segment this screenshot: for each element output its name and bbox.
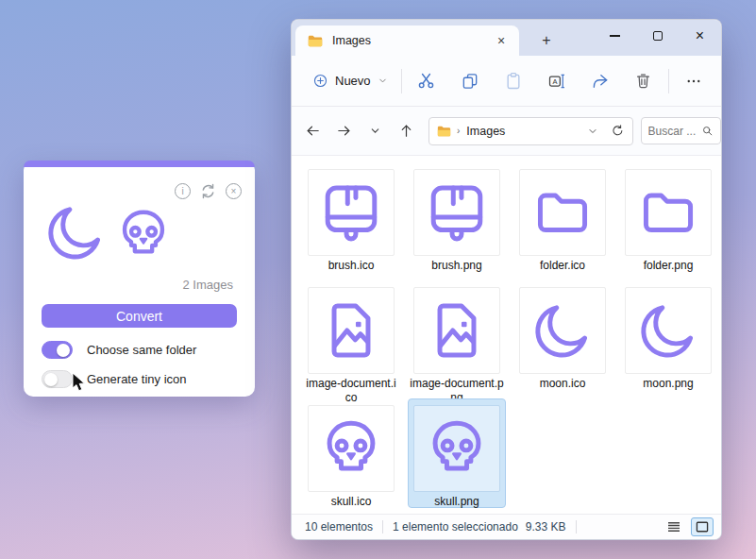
file-list-area[interactable]: brush.ico brush.png folder.ico folder.pn…	[292, 156, 721, 514]
file-item[interactable]: brush.ico	[302, 162, 400, 272]
svg-text:A: A	[552, 76, 557, 85]
file-item[interactable]: folder.ico	[513, 162, 612, 272]
file-thumbnail	[519, 169, 606, 256]
file-thumbnail	[413, 405, 500, 492]
file-item[interactable]: image-document.png	[408, 280, 506, 390]
file-item[interactable]: image-document.ico	[302, 280, 400, 390]
file-name: moon.ico	[540, 377, 586, 391]
generate-tiny-icon-toggle[interactable]	[42, 370, 73, 388]
forward-icon	[336, 123, 352, 139]
file-thumbnail	[308, 287, 395, 374]
file-item[interactable]: brush.png	[408, 162, 506, 272]
share-button[interactable]	[581, 64, 619, 98]
address-dropdown-icon[interactable]	[587, 126, 598, 137]
paste-icon	[504, 72, 523, 91]
delete-button[interactable]	[625, 64, 663, 98]
file-item[interactable]: skull.png	[408, 398, 506, 508]
recent-locations-button[interactable]	[361, 118, 388, 144]
file-name: folder.ico	[540, 259, 585, 273]
thumbnail-view-icon	[696, 521, 709, 533]
paste-button[interactable]	[495, 64, 532, 98]
maximize-button[interactable]	[636, 20, 679, 52]
file-name: skull.ico	[331, 495, 372, 509]
chevron-down-icon	[378, 76, 388, 86]
share-icon	[591, 72, 610, 91]
toggle-label: Generate tiny icon	[87, 372, 187, 386]
file-thumbnail	[308, 405, 395, 492]
list-view-icon	[667, 521, 680, 533]
close-icon[interactable]: ×	[226, 183, 242, 199]
file-name: folder.png	[644, 259, 694, 273]
breadcrumb-segment[interactable]: Images	[466, 125, 505, 138]
copy-button[interactable]	[451, 64, 489, 98]
cut-button[interactable]	[408, 64, 445, 98]
toggle-label: Choose same folder	[87, 343, 196, 357]
breadcrumb-separator: ›	[457, 126, 460, 136]
thumbnail-view-button[interactable]	[691, 517, 714, 536]
minimize-button[interactable]	[594, 20, 636, 52]
up-button[interactable]	[393, 118, 419, 144]
minimize-icon	[610, 35, 620, 36]
file-thumbnail	[308, 169, 395, 256]
convert-button[interactable]: Convert	[42, 304, 237, 328]
file-explorer-window: Images × + × Nuevo A	[291, 19, 722, 540]
status-bar: 10 elementos 1 elemento seleccionado 9.3…	[292, 514, 721, 539]
file-thumbnail	[625, 287, 712, 374]
close-icon: ×	[696, 28, 704, 43]
search-input[interactable]	[648, 125, 701, 138]
file-item[interactable]: moon.png	[619, 280, 717, 390]
file-thumbnail	[413, 287, 500, 374]
moon-preview-icon	[46, 203, 105, 263]
cut-icon	[416, 71, 436, 91]
file-name: skull.png	[434, 495, 479, 509]
refresh-icon[interactable]	[611, 124, 625, 138]
tab-label: Images	[332, 34, 493, 47]
new-tab-button[interactable]: +	[535, 29, 558, 52]
more-options-button[interactable]	[675, 64, 713, 98]
item-count: 10 elementos	[305, 520, 373, 534]
folder-icon	[308, 35, 323, 47]
file-thumbnail	[625, 169, 712, 256]
file-name: brush.ico	[328, 259, 375, 273]
choose-same-folder-toggle[interactable]	[42, 341, 73, 359]
file-name: brush.png	[431, 259, 481, 273]
tab-images[interactable]: Images ×	[295, 25, 519, 56]
plus-circle-icon	[312, 73, 328, 89]
info-icon[interactable]: i	[175, 183, 191, 199]
converter-window: i × 2 Images Convert Choose same folder …	[24, 161, 255, 397]
new-button[interactable]: Nuevo	[305, 67, 395, 94]
selection-count: 1 elemento seleccionado	[393, 520, 518, 534]
file-item[interactable]: skull.ico	[302, 398, 400, 508]
details-view-button[interactable]	[663, 517, 685, 536]
rename-button[interactable]: A	[538, 64, 576, 98]
file-thumbnail	[413, 169, 500, 256]
ellipsis-icon	[685, 73, 702, 90]
trash-icon	[634, 72, 652, 90]
up-icon	[398, 123, 414, 139]
new-button-label: Nuevo	[335, 74, 371, 88]
address-bar[interactable]: › Images	[428, 117, 633, 145]
file-item[interactable]: moon.ico	[513, 280, 612, 390]
search-box[interactable]	[641, 117, 721, 144]
image-count-label: 2 Images	[183, 278, 233, 292]
close-button[interactable]: ×	[679, 20, 721, 52]
file-item[interactable]: folder.png	[619, 162, 717, 272]
mouse-cursor	[72, 372, 88, 394]
maximize-icon	[653, 31, 663, 41]
file-name: moon.png	[643, 377, 693, 391]
command-bar: Nuevo A	[292, 56, 721, 107]
file-grid: brush.ico brush.png folder.ico folder.pn…	[302, 162, 717, 514]
rename-icon: A	[547, 72, 566, 91]
folder-icon	[437, 126, 451, 137]
back-button[interactable]	[299, 118, 326, 144]
forward-button[interactable]	[330, 118, 357, 144]
back-icon	[305, 123, 321, 139]
selection-size: 9.33 KB	[526, 520, 566, 534]
file-thumbnail	[519, 287, 606, 374]
refresh-icon[interactable]	[199, 182, 217, 200]
copy-icon	[461, 72, 479, 91]
tab-close-icon[interactable]: ×	[493, 32, 510, 49]
titlebar: Images × + ×	[292, 20, 721, 56]
chevron-down-icon	[369, 125, 381, 137]
navigation-bar: › Images	[292, 107, 721, 156]
